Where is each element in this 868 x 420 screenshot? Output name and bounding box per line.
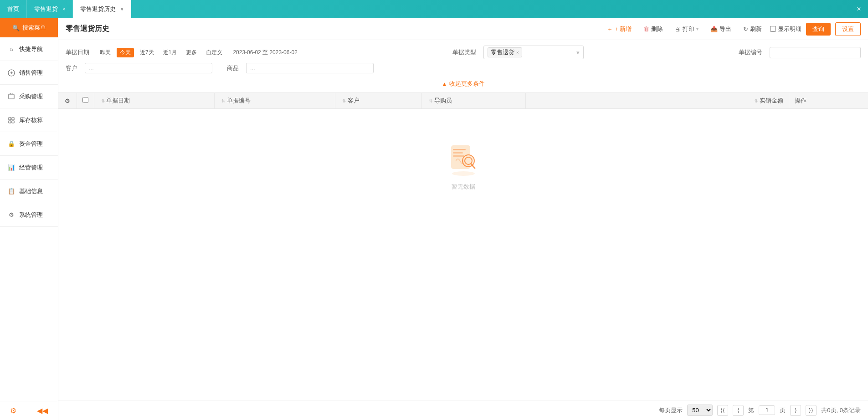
- type-tag-label: 零售退货: [491, 48, 514, 56]
- page-suffix-label: 页: [780, 406, 786, 415]
- sidebar-item-home-label: 快捷导航: [19, 45, 43, 53]
- svg-rect-5: [12, 121, 14, 123]
- show-detail-checkbox-wrap[interactable]: 显示明细: [770, 25, 801, 33]
- th-guide: ⇅ 导购员: [422, 93, 525, 109]
- date-btn-1month[interactable]: 近1月: [160, 48, 180, 57]
- pagination: 每页显示 20 50 100 ⟨⟨ ⟨ 第 页 ⟩ ⟩⟩ 共0页, 0条记录: [58, 400, 868, 420]
- export-button[interactable]: 📤 导出: [707, 23, 735, 35]
- settings-button[interactable]: ⚙: [10, 406, 16, 415]
- tab-list: 首页 零售退货 × 零售退货历史 ×: [0, 0, 850, 18]
- svg-rect-10: [453, 155, 464, 157]
- sidebar-search-button[interactable]: 🔍 搜索菜单: [0, 18, 58, 37]
- query-button[interactable]: 查询: [806, 23, 831, 36]
- sidebar-item-purchase[interactable]: 采购管理: [0, 85, 58, 108]
- tab-retail-return-label: 零售退货: [34, 5, 58, 13]
- select-all-checkbox[interactable]: [82, 97, 88, 103]
- th-setting[interactable]: ⚙: [58, 93, 77, 109]
- date-btn-yesterday[interactable]: 昨天: [97, 48, 114, 57]
- sidebar-item-operation-label: 经营管理: [19, 164, 43, 172]
- collapse-button[interactable]: ▲ 收起更多条件: [438, 79, 488, 89]
- refresh-button[interactable]: ↻ 刷新: [740, 23, 765, 35]
- th-number-sort-icon[interactable]: ⇅: [221, 98, 225, 103]
- search-icon: 🔍: [12, 25, 20, 31]
- date-btn-7days[interactable]: 近7天: [137, 48, 157, 57]
- print-label: 打印: [683, 25, 694, 33]
- type-tag-close[interactable]: ×: [516, 50, 519, 55]
- sidebar-item-system[interactable]: ⚙ 系统管理: [0, 203, 58, 227]
- type-dropdown-arrow-icon[interactable]: ▾: [576, 49, 580, 56]
- th-date-sort-icon[interactable]: ⇅: [101, 98, 105, 103]
- svg-rect-3: [12, 118, 14, 120]
- th-customer-sort-icon[interactable]: ⇅: [342, 98, 346, 103]
- type-filter-input[interactable]: 零售退货 × ▾: [483, 46, 584, 59]
- date-btn-more[interactable]: 更多: [183, 48, 200, 57]
- th-customer-label: 客户: [348, 97, 360, 104]
- sidebar-item-home[interactable]: ⌂ 快捷导航: [0, 37, 58, 61]
- th-amount: ⇅ 实销金额: [525, 93, 789, 109]
- number-filter-input[interactable]: [770, 47, 861, 58]
- date-btn-today[interactable]: 今天: [117, 48, 134, 57]
- date-range-display: 2023-06-02 至 2023-06-02: [233, 49, 297, 56]
- sidebar-footer: ⚙ ◀◀: [0, 401, 58, 420]
- sidebar-item-info-label: 基础信息: [19, 187, 43, 195]
- collapse-arrow-icon: ▲: [442, 81, 447, 87]
- svg-rect-1: [9, 94, 14, 99]
- svg-point-6: [452, 171, 475, 176]
- print-icon: 🖨: [675, 26, 681, 32]
- refresh-icon: ↻: [743, 26, 748, 32]
- table-header: ⚙ ⇅ 单据日期 ⇅ 单据编号: [58, 93, 868, 109]
- goods-filter-label: 商品: [227, 64, 239, 72]
- sidebar: 🔍 搜索菜单 ⌂ 快捷导航 销售管理 采购管理: [0, 18, 58, 420]
- plus-icon: ＋: [607, 25, 613, 33]
- th-checkbox[interactable]: [77, 93, 94, 109]
- new-button[interactable]: ＋ + 新增: [603, 23, 635, 35]
- sidebar-item-finance-label: 资金管理: [19, 140, 43, 148]
- customer-filter-input[interactable]: ...: [85, 63, 212, 73]
- print-arrow-icon: ▾: [696, 26, 699, 31]
- page-header: 零售退货历史 ＋ + 新增 🗑 删除 🖨 打印 ▾ 📤 导出: [58, 18, 868, 40]
- sidebar-item-info[interactable]: 📋 基础信息: [0, 179, 58, 203]
- show-detail-checkbox[interactable]: [770, 26, 776, 32]
- sidebar-item-sales[interactable]: 销售管理: [0, 61, 58, 85]
- per-page-select[interactable]: 20 50 100: [687, 405, 713, 416]
- goods-filter-input[interactable]: ...: [246, 63, 374, 73]
- delete-button[interactable]: 🗑 删除: [640, 23, 667, 35]
- settings-panel-button[interactable]: 设置: [835, 22, 861, 36]
- tab-home[interactable]: 首页: [0, 0, 27, 18]
- type-tag: 零售退货 ×: [488, 47, 522, 57]
- operation-icon: 📊: [7, 164, 15, 172]
- tab-retail-return-history-close[interactable]: ×: [120, 6, 123, 12]
- sidebar-item-finance[interactable]: 🔒 资金管理: [0, 132, 58, 156]
- table-body: 暂无数据: [58, 109, 868, 219]
- date-btn-custom[interactable]: 自定义: [203, 48, 226, 57]
- data-table: ⚙ ⇅ 单据日期 ⇅ 单据编号: [58, 93, 868, 218]
- home-icon: ⌂: [7, 45, 15, 53]
- th-guide-sort-icon[interactable]: ⇅: [429, 98, 432, 103]
- export-label: 导出: [719, 25, 731, 33]
- page-title: 零售退货历史: [66, 24, 109, 34]
- last-page-button[interactable]: ⟩⟩: [806, 405, 817, 416]
- content-area: 零售退货历史 ＋ + 新增 🗑 删除 🖨 打印 ▾ 📤 导出: [58, 18, 868, 420]
- volume-button[interactable]: ◀◀: [37, 406, 48, 415]
- svg-rect-9: [453, 152, 463, 154]
- print-button[interactable]: 🖨 打印 ▾: [671, 23, 702, 35]
- page-number-input[interactable]: [759, 405, 775, 415]
- window-close-button[interactable]: ×: [850, 0, 868, 18]
- show-detail-label: 显示明细: [778, 25, 801, 33]
- delete-icon: 🗑: [643, 26, 649, 32]
- first-page-button[interactable]: ⟨⟨: [717, 405, 728, 416]
- filter-area: 单据日期 昨天 今天 近7天 近1月 更多 自定义 2023-06-02 至 2…: [58, 40, 868, 93]
- prev-page-button[interactable]: ⟨: [733, 405, 744, 416]
- sidebar-item-inventory[interactable]: 库存核算: [0, 108, 58, 132]
- next-page-button[interactable]: ⟩: [790, 405, 801, 416]
- empty-text: 暂无数据: [452, 183, 475, 191]
- tab-retail-return[interactable]: 零售退货 ×: [27, 0, 73, 18]
- th-amount-sort-icon[interactable]: ⇅: [754, 98, 758, 103]
- top-bar: 首页 零售退货 × 零售退货历史 × ×: [0, 0, 868, 18]
- column-setting-icon[interactable]: ⚙: [65, 97, 70, 104]
- sidebar-item-operation[interactable]: 📊 经营管理: [0, 156, 58, 179]
- tab-retail-return-close[interactable]: ×: [62, 6, 65, 12]
- type-filter-label: 单据类型: [452, 48, 476, 56]
- collapse-row: ▲ 收起更多条件: [66, 77, 861, 89]
- tab-retail-return-history[interactable]: 零售退货历史 ×: [73, 0, 131, 18]
